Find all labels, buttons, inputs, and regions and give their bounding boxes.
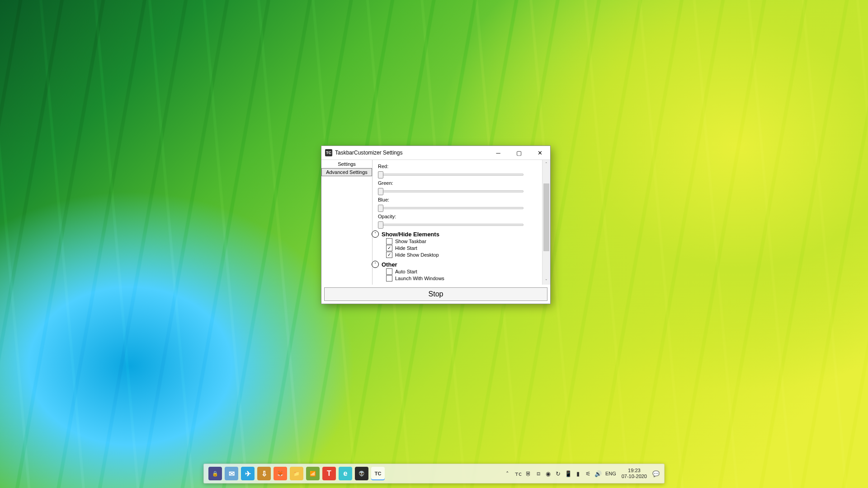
checkbox-label: Launch With Windows <box>395 276 444 281</box>
taskbar-app-todoist[interactable]: T <box>322 467 336 480</box>
section-heading: Other <box>382 261 397 268</box>
taskbar-app-torrent[interactable]: ⇩ <box>257 467 271 480</box>
clock-time: 19:23 <box>628 468 641 474</box>
taskbar-app-rss[interactable]: 📶 <box>306 467 320 480</box>
scroll-down-icon[interactable]: ˅ <box>542 277 550 285</box>
checkbox-label: Hide Start <box>395 245 417 251</box>
checkbox-box[interactable] <box>386 268 392 275</box>
taskbar-app-keepass[interactable]: 🔒 <box>208 467 222 480</box>
language-indicator[interactable]: ENG <box>605 471 616 476</box>
section-other: ˄ Other <box>372 261 547 268</box>
checkbox-launch-with-windows[interactable]: Launch With Windows <box>386 275 547 282</box>
checkbox-box[interactable]: ✓ <box>386 245 392 251</box>
notifications-icon[interactable]: 💬 <box>652 470 660 477</box>
red-label: Red: <box>378 164 547 169</box>
system-tray: ˄ ᴛᴄ⛨⧈◉↻📱▮⚟🔊 ENG 19:23 07-10-2020 💬 <box>504 468 664 479</box>
tray-wifi-icon[interactable]: ⚟ <box>585 470 592 477</box>
taskbar-app-telegram[interactable]: ✈ <box>241 467 255 480</box>
stop-button[interactable]: Stop <box>324 287 547 301</box>
tray-icons: ᴛᴄ⛨⧈◉↻📱▮⚟🔊 <box>515 470 602 477</box>
slider-thumb[interactable] <box>378 171 383 178</box>
green-slider[interactable] <box>378 187 524 194</box>
maximize-button[interactable]: ▢ <box>509 146 529 160</box>
taskbar-app-tc[interactable]: TC <box>371 467 385 480</box>
tray-battery-icon[interactable]: ▮ <box>575 470 582 477</box>
content-panel: Red: Green: Blue: Opacity: ˄ Show/Hide E… <box>373 160 550 285</box>
tray-volume-icon[interactable]: 🔊 <box>594 470 602 477</box>
checkbox-hide-show-desktop[interactable]: ✓Hide Show Desktop <box>386 252 547 258</box>
checkbox-show-taskbar[interactable]: Show Taskbar <box>386 238 547 244</box>
blue-slider[interactable] <box>378 204 524 211</box>
window-title: TaskbarCustomizer Settings <box>335 150 488 156</box>
close-button[interactable]: ✕ <box>529 146 550 160</box>
settings-window: TC TaskbarCustomizer Settings ─ ▢ ✕ Sett… <box>321 145 551 304</box>
taskbar-app-alien[interactable]: 👽 <box>355 467 368 480</box>
titlebar[interactable]: TC TaskbarCustomizer Settings ─ ▢ ✕ <box>321 146 550 160</box>
minimize-button[interactable]: ─ <box>488 146 509 160</box>
checkbox-box[interactable] <box>386 275 392 282</box>
tray-overflow-icon[interactable]: ˄ <box>504 470 511 477</box>
tray-chrome-icon[interactable]: ◉ <box>545 470 552 477</box>
section-heading: Show/Hide Elements <box>382 231 439 238</box>
checkbox-hide-start[interactable]: ✓Hide Start <box>386 245 547 251</box>
taskbar: 🔒✉✈⇩🦊📁📶Te👽TC ˄ ᴛᴄ⛨⧈◉↻📱▮⚟🔊 ENG 19:23 07-1… <box>203 464 665 483</box>
sidebar: Settings Advanced Settings <box>321 160 373 285</box>
slider-thumb[interactable] <box>378 205 383 212</box>
desktop-wallpaper: TC TaskbarCustomizer Settings ─ ▢ ✕ Sett… <box>0 0 868 488</box>
slider-thumb[interactable] <box>378 188 383 195</box>
tray-sync-icon[interactable]: ↻ <box>555 470 562 477</box>
checkbox-auto-start[interactable]: Auto Start <box>386 268 547 275</box>
checkbox-box[interactable] <box>386 238 392 244</box>
scroll-up-icon[interactable]: ˄ <box>542 160 550 168</box>
collapse-icon[interactable]: ˄ <box>372 230 379 238</box>
blue-label: Blue: <box>378 197 547 202</box>
clock-date: 07-10-2020 <box>622 474 647 479</box>
taskbar-app-firefox[interactable]: 🦊 <box>274 467 287 480</box>
checkbox-label: Hide Show Desktop <box>395 252 439 258</box>
sidebar-item-settings[interactable]: Settings <box>321 160 372 168</box>
red-slider[interactable] <box>378 170 524 178</box>
taskbar-app-edge[interactable]: e <box>339 467 352 480</box>
tray-tc-icon[interactable]: ᴛᴄ <box>515 470 522 477</box>
tray-phone-icon[interactable]: 📱 <box>565 470 572 477</box>
tray-shield-icon[interactable]: ⛨ <box>525 470 532 477</box>
collapse-icon[interactable]: ˄ <box>372 261 379 268</box>
window-body: Settings Advanced Settings Red: Green: B… <box>321 160 550 285</box>
app-icon: TC <box>325 149 332 156</box>
slider-thumb[interactable] <box>378 221 383 229</box>
tray-dropbox-icon[interactable]: ⧈ <box>535 470 542 477</box>
checkbox-label: Auto Start <box>395 269 417 274</box>
opacity-slider[interactable] <box>378 221 524 228</box>
taskbar-app-explorer[interactable]: 📁 <box>290 467 303 480</box>
checkbox-label: Show Taskbar <box>395 239 426 244</box>
section-showhide: ˄ Show/Hide Elements <box>372 230 547 238</box>
window-footer: Stop <box>321 285 550 304</box>
scrollbar[interactable]: ˄ ˅ <box>542 160 550 285</box>
scrollbar-thumb[interactable] <box>543 183 549 251</box>
checkbox-box[interactable]: ✓ <box>386 252 392 258</box>
clock[interactable]: 19:23 07-10-2020 <box>622 468 647 479</box>
green-label: Green: <box>378 180 547 186</box>
taskbar-app-mail[interactable]: ✉ <box>225 467 238 480</box>
sidebar-item-advanced[interactable]: Advanced Settings <box>321 168 372 176</box>
opacity-label: Opacity: <box>378 214 547 219</box>
taskbar-apps: 🔒✉✈⇩🦊📁📶Te👽TC <box>204 467 385 480</box>
